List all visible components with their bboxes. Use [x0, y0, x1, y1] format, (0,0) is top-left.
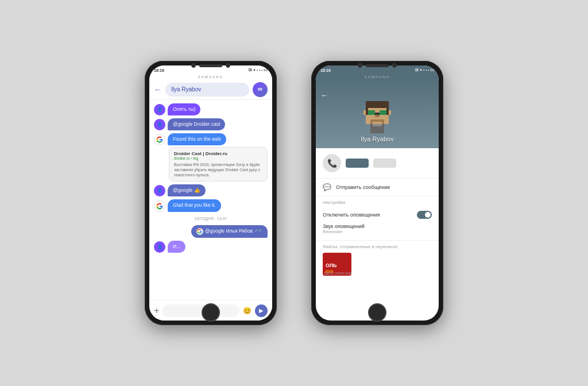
message-icon: 💬: [323, 183, 331, 191]
user-avatar-5: 👤: [154, 185, 165, 196]
signal-icon-r: ▪: [425, 68, 427, 72]
message-row-1: 👤 Опять ты): [154, 103, 268, 115]
settings-section: Настройки Отключить оповещения Звук опов…: [316, 196, 439, 241]
status-icons-right: 🖼 ♥ ▪ ▪ ▪ 66: [415, 68, 434, 72]
bubble-8: @google Илья Рябов ✓✓: [191, 225, 268, 238]
profile-header: ←: [316, 79, 439, 148]
svg-rect-7: [375, 115, 380, 117]
google-avatar-6: [154, 200, 165, 212]
svg-rect-10: [382, 119, 384, 124]
battery-icon: ▪: [261, 68, 262, 72]
bubble-6: Glad that you like it.: [168, 199, 221, 211]
sensor-right: [392, 63, 397, 68]
timestamp: СЕГОДНЯ · 13:47: [154, 217, 268, 221]
samsung-brand-right: SAMSUNG: [316, 75, 439, 79]
block-btn-2[interactable]: [373, 159, 396, 168]
card-url: droider.ru › tag: [174, 156, 262, 160]
svg-rect-4: [368, 110, 375, 115]
camera-right: [358, 63, 362, 68]
bubble-1: Опять ты): [168, 103, 200, 115]
file-thumb-1[interactable]: ОЛЬ КИА ЗДЕСЬ СКОРО БУДЕТ: [323, 253, 351, 276]
battery-icon-r: ▪: [428, 68, 429, 72]
heart-icon-r: ♥: [420, 68, 422, 72]
add-button[interactable]: +: [154, 306, 159, 316]
phones-container: 18:16 🖼 ♥ ▪ ▪ ▪ 66 SAMSUNG ← Ilya Ryabov…: [0, 0, 588, 386]
svg-rect-3: [386, 101, 389, 115]
message-row-3: Found this on the web: [154, 133, 268, 145]
web-card[interactable]: Droider Cast | Droider.ru droider.ru › t…: [169, 147, 268, 182]
block-btn-1[interactable]: [346, 159, 369, 168]
svg-text:ЗДЕСЬ СКОРО БУДЕТ: ЗДЕСЬ СКОРО БУДЕТ: [324, 272, 351, 275]
files-label: Файлы, отправленные в переписке: [323, 244, 432, 249]
svg-rect-14: [373, 124, 382, 126]
wifi-icon-r: ▪: [423, 68, 424, 72]
sensor-left: [226, 63, 230, 68]
files-grid: ОЛЬ КИА ЗДЕСЬ СКОРО БУДЕТ: [323, 253, 432, 276]
settings-label: Настройки: [323, 200, 432, 205]
message-row-5: 👤 @google 👍: [154, 184, 268, 196]
google-avatar-3: [154, 134, 165, 145]
profile-actions: 📞: [316, 148, 439, 179]
bubble-3: Found this on the web: [168, 133, 226, 145]
card-desc: Выставка IFA 2016, презентации Sony и Ap…: [174, 162, 262, 177]
send-message-section[interactable]: 💬 Отправить сообщение: [316, 179, 439, 196]
notification-icon-r: 🖼: [415, 68, 419, 72]
heart-icon: ♥: [253, 68, 256, 72]
pixel-avatar: [359, 96, 396, 133]
bubble-2: @google Droider cast: [168, 118, 225, 130]
status-icons-left: 🖼 ♥ ▪ ▪ ▪ 66: [249, 68, 268, 72]
message-input[interactable]: [163, 304, 239, 317]
chat-title-left: Ilya Ryabov: [165, 83, 249, 96]
svg-rect-2: [366, 101, 368, 115]
speaker-right: [366, 64, 389, 67]
user-avatar-2: 👤: [154, 119, 165, 130]
chat-header-left: ← Ilya Ryabov IR: [149, 79, 272, 100]
battery-level-right: 66: [430, 68, 434, 72]
bubble-5: @google 👍: [168, 184, 206, 196]
contact-avatar-left: IR: [253, 82, 268, 97]
message-row-6: Glad that you like it.: [154, 199, 268, 211]
message-row-partial: 👤 И...: [154, 241, 268, 253]
samsung-brand-left: SAMSUNG: [149, 75, 272, 79]
user-avatar-partial: 👤: [154, 241, 165, 253]
camera-left: [191, 63, 196, 68]
send-button[interactable]: ▶: [255, 304, 268, 317]
card-title: Droider Cast | Droider.ru: [174, 151, 262, 156]
sound-value: Reminder: [323, 229, 365, 234]
chat-area: 👤 Опять ты) 👤 @google Droider cast: [149, 100, 272, 300]
phone-call-button[interactable]: 📞: [323, 154, 341, 172]
back-button-left[interactable]: ←: [154, 85, 162, 94]
sound-row[interactable]: Звук оповещений Reminder: [323, 221, 432, 237]
phone-right: 18:16 🖼 ♥ ▪ ▪ ▪ 66 SAMSUNG ←: [311, 61, 443, 325]
phone-top-bar-right: [358, 61, 397, 68]
signal-icon: ▪: [259, 68, 260, 72]
svg-rect-1: [366, 101, 389, 108]
phone-screen-right: 18:16 🖼 ♥ ▪ ▪ ▪ 66 SAMSUNG ←: [316, 65, 439, 321]
phone-left: 18:16 🖼 ♥ ▪ ▪ ▪ 66 SAMSUNG ← Ilya Ryabov…: [145, 61, 277, 325]
status-time-right: 18:16: [320, 68, 331, 72]
mute-toggle[interactable]: [417, 211, 432, 219]
home-button-right[interactable]: [368, 303, 386, 322]
svg-rect-11: [363, 110, 366, 115]
profile-name: Ilya Ryabov: [361, 136, 393, 142]
svg-rect-6: [375, 113, 380, 115]
status-time-left: 18:16: [154, 68, 164, 72]
user-avatar-1: 👤: [154, 104, 165, 115]
message-row-2: 👤 @google Droider cast: [154, 118, 268, 130]
wifi-icon: ▪: [257, 68, 258, 72]
mute-notifications-row: Отключить оповещения: [323, 209, 432, 221]
mute-label: Отключить оповещения: [323, 212, 412, 218]
send-message-label: Отправить сообщение: [336, 184, 390, 190]
emoji-button[interactable]: 😊: [243, 307, 252, 315]
sound-label: Звук оповещений: [323, 223, 365, 229]
phone-screen-left: 18:16 🖼 ♥ ▪ ▪ ▪ 66 SAMSUNG ← Ilya Ryabov…: [149, 65, 272, 321]
home-button-left[interactable]: [202, 303, 220, 322]
speaker-left: [199, 64, 222, 67]
read-checkmark: ✓✓: [254, 228, 262, 234]
google-small-icon: [196, 228, 203, 235]
bubble-partial: И...: [168, 241, 185, 253]
svg-text:ОЛЬ: ОЛЬ: [326, 263, 337, 268]
svg-rect-12: [389, 110, 391, 115]
back-button-right[interactable]: ←: [320, 91, 328, 100]
svg-rect-5: [380, 110, 386, 115]
